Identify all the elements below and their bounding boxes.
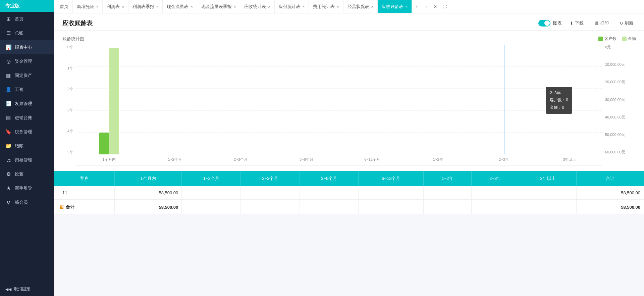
- th-month12: 1~2个月: [182, 171, 241, 186]
- tab-payable-stat-label: 应付统计表: [279, 4, 301, 10]
- chart-toggle[interactable]: 图表: [538, 20, 562, 27]
- sidebar-item-tax[interactable]: 🔖 税务管理: [0, 125, 54, 139]
- th-year3plus: 3年以上: [519, 171, 577, 186]
- y-axis-left: 5个 4个 3个 2个 1个 0个: [62, 45, 76, 165]
- tab-voucher-close[interactable]: ×: [96, 5, 98, 9]
- print-btn[interactable]: 🖶 打印: [592, 19, 611, 28]
- tab-next-btn[interactable]: ›: [421, 2, 431, 11]
- bar-group-6[interactable]: [471, 45, 537, 154]
- tab-business-stat-label: 经营状况表: [347, 4, 369, 10]
- tab-aging-close[interactable]: ×: [406, 5, 408, 9]
- sidebar-item-ledger-label: 总账: [15, 30, 23, 36]
- bar-group-1[interactable]: [142, 45, 208, 154]
- print-icon: 🖶: [594, 21, 599, 26]
- legend-amount: 金额: [622, 36, 636, 42]
- y-right-1: 10,000.00元: [605, 62, 636, 67]
- sidebar-item-settings[interactable]: ⚙ 设置: [0, 167, 54, 181]
- sidebar-item-ledger[interactable]: ☰ 总账: [0, 26, 54, 40]
- y-right-0: 0元: [605, 45, 636, 50]
- tab-voucher-label: 新增凭证: [77, 4, 94, 10]
- tf-year3plus: [519, 200, 577, 214]
- sidebar-item-funds[interactable]: ◎ 资金管理: [0, 54, 54, 68]
- tab-payable-stat-close[interactable]: ×: [303, 5, 305, 9]
- sidebar-item-member[interactable]: V 畅会员: [0, 195, 54, 209]
- tab-profit-quarter-close[interactable]: ×: [156, 5, 158, 9]
- print-label: 打印: [600, 20, 609, 26]
- sidebar-item-closing[interactable]: 📁 结账: [0, 139, 54, 153]
- table-container: 客户 1个月内 1~2个月 2~3个月 3~6个月 6~12个月 1~2年 2~…: [54, 171, 644, 214]
- tf-month612: [359, 200, 424, 214]
- download-btn[interactable]: ⬇ 下载: [567, 19, 586, 28]
- sidebar-item-invoice[interactable]: 🧾 发票管理: [0, 97, 54, 111]
- legend-customer-label: 客户数: [604, 36, 616, 42]
- sidebar-collapse-btn[interactable]: ◀◀ 取消固定: [0, 282, 54, 296]
- tab-business-stat[interactable]: 经营状况表 ×: [343, 0, 378, 13]
- tab-receivable-stat[interactable]: 应收统计表 ×: [240, 0, 274, 13]
- th-total: 合计: [577, 171, 644, 186]
- tab-expense-stat[interactable]: 费用统计表 ×: [309, 0, 343, 13]
- tab-voucher[interactable]: 新增凭证 ×: [73, 0, 103, 13]
- reports-icon: 📊: [5, 44, 11, 50]
- sidebar-item-salary[interactable]: 👤 工资: [0, 83, 54, 97]
- bar-group-3[interactable]: [273, 45, 339, 154]
- tab-cashflow-close[interactable]: ×: [191, 5, 193, 9]
- inventory-icon: ▤: [5, 115, 11, 121]
- content-area: 应收账龄表 图表 ⬇ 下载 🖶 打印 ↻ 刷新: [54, 13, 644, 296]
- data-table: 客户 1个月内 1~2个月 2~3个月 3~6个月 6~12个月 1~2年 2~…: [54, 171, 644, 214]
- tab-home[interactable]: 首页: [56, 0, 73, 13]
- header-actions: 图表 ⬇ 下载 🖶 打印 ↻ 刷新: [538, 19, 636, 28]
- sidebar-item-reports[interactable]: 📊 报表中心: [0, 40, 54, 54]
- tab-prev-btn[interactable]: ‹: [412, 2, 421, 11]
- x-label-2: 2~3个月: [208, 154, 273, 165]
- sidebar-item-settings-label: 设置: [15, 171, 23, 177]
- sidebar-item-guide[interactable]: ★ 新手引导: [0, 181, 54, 195]
- bar-group-7[interactable]: [537, 45, 602, 154]
- td-year12-0: [424, 186, 472, 200]
- tab-bar: 首页 新增凭证 × 利润表 × 利润表季报 × 现金流量表 × 现金流量表季报 …: [54, 0, 644, 13]
- settings-icon: ⚙: [5, 171, 11, 177]
- chart-toggle-switch[interactable]: [538, 20, 550, 27]
- tab-cashflow-quarter-close[interactable]: ×: [234, 5, 236, 9]
- table-row: 11 58,500.00 58,500.00: [54, 186, 644, 200]
- tab-profit-quarter[interactable]: 利润表季报 ×: [128, 0, 163, 13]
- tab-close-all-btn[interactable]: ✕: [431, 2, 440, 11]
- bar-group-0[interactable]: [76, 45, 142, 154]
- chart-wrap: 5个 4个 3个 2个 1个 0个: [62, 45, 636, 165]
- tab-cashflow[interactable]: 现金流量表 ×: [163, 0, 197, 13]
- x-label-7: 3年以上: [537, 154, 602, 165]
- bar-group-4[interactable]: [339, 45, 405, 154]
- x-label-4: 6~12个月: [339, 154, 405, 165]
- tab-expand-btn[interactable]: ⛶: [440, 2, 449, 11]
- tax-icon: 🔖: [5, 129, 11, 135]
- chart-legend: 客户数 金额: [598, 36, 636, 42]
- tab-cashflow-quarter-label: 现金流量表季报: [201, 4, 232, 10]
- tab-cashflow-quarter[interactable]: 现金流量表季报 ×: [197, 0, 240, 13]
- tab-aging[interactable]: 应收账龄表 ×: [378, 0, 412, 13]
- th-customer: 客户: [54, 171, 114, 186]
- guide-icon: ★: [5, 185, 11, 191]
- tab-profit-close[interactable]: ×: [122, 5, 124, 9]
- archive-icon: 🗂: [5, 157, 11, 163]
- sidebar-item-tax-label: 税务管理: [15, 129, 32, 135]
- bar-group-5[interactable]: [405, 45, 471, 154]
- sidebar-item-assets[interactable]: ▦ 固定资产: [0, 68, 54, 83]
- legend-customer-dot: [598, 37, 603, 41]
- tf-month23: [240, 200, 300, 214]
- tab-payable-stat[interactable]: 应付统计表 ×: [275, 0, 309, 13]
- bar-group-2[interactable]: [208, 45, 273, 154]
- sidebar-item-archive[interactable]: 🗂 归档管理: [0, 153, 54, 167]
- sidebar-item-home[interactable]: ⊞ 首页: [0, 12, 54, 26]
- tf-label-text: 合计: [66, 204, 74, 210]
- x-label-6: 2~3年: [471, 154, 537, 165]
- funds-icon: ◎: [5, 58, 11, 64]
- sidebar-item-inventory[interactable]: ▤ 进销台账: [0, 111, 54, 125]
- salary-icon: 👤: [5, 87, 11, 93]
- sidebar-item-reports-label: 报表中心: [15, 44, 32, 50]
- refresh-btn[interactable]: ↻ 刷新: [617, 19, 636, 28]
- table-header-row: 客户 1个月内 1~2个月 2~3个月 3~6个月 6~12个月 1~2年 2~…: [54, 171, 644, 186]
- tab-expense-stat-close[interactable]: ×: [337, 5, 339, 9]
- tab-receivable-stat-close[interactable]: ×: [268, 5, 270, 9]
- tab-profit[interactable]: 利润表 ×: [103, 0, 128, 13]
- tab-business-stat-close[interactable]: ×: [371, 5, 373, 9]
- y-left-3: 3个: [62, 108, 73, 113]
